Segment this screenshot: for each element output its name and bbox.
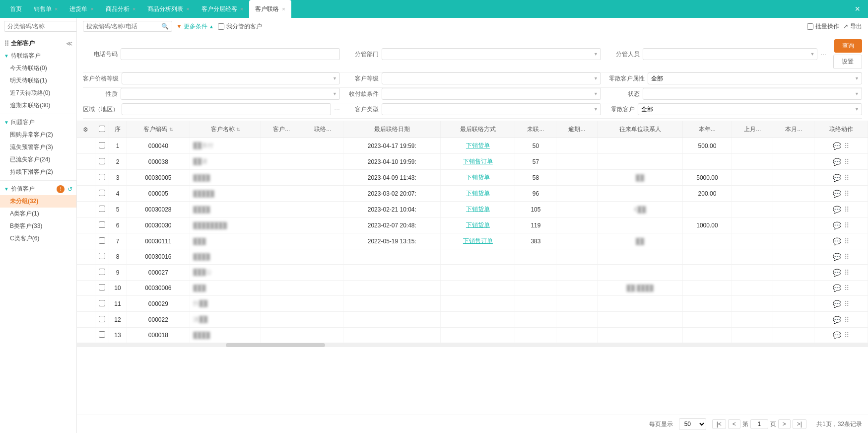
row-lastway[interactable]: 下销货单	[441, 217, 515, 233]
contact-icon[interactable]: 💬	[833, 158, 841, 166]
table-scrollbar[interactable]	[77, 343, 868, 347]
sidebar-problem-group[interactable]: ▼ 问题客户	[0, 116, 76, 129]
contact-icon[interactable]: 💬	[833, 142, 841, 150]
row-checkbox-cell[interactable]	[95, 249, 109, 265]
customer-level-select[interactable]	[382, 72, 601, 84]
lastway-link[interactable]: 下销货单	[466, 174, 490, 181]
select-all-checkbox[interactable]	[99, 126, 105, 132]
th-gear[interactable]: ⚙	[77, 121, 95, 138]
row-name[interactable]: ████	[190, 328, 261, 343]
more-icon[interactable]: ⠿	[844, 174, 849, 182]
contact-icon[interactable]: 💬	[833, 269, 841, 277]
row-checkbox[interactable]	[99, 300, 105, 306]
sidebar-item-c-class[interactable]: C类客户(6)	[0, 232, 76, 245]
filter-search-icon[interactable]: 🔍	[161, 23, 169, 30]
sidebar-search-input[interactable]	[4, 21, 77, 32]
sidebar-item-unsorted[interactable]: 未分组(32)	[0, 195, 76, 208]
row-name[interactable]: █████	[190, 186, 261, 202]
more-icon[interactable]: ⠿	[844, 158, 849, 166]
row-checkbox[interactable]	[99, 206, 105, 212]
row-checkbox-cell[interactable]	[95, 281, 109, 296]
more-conditions-btn[interactable]: ▼ 更多条件 ▲	[176, 22, 214, 31]
contact-icon[interactable]: 💬	[833, 316, 841, 324]
row-checkbox-cell[interactable]	[95, 265, 109, 281]
next-page-btn[interactable]: >	[778, 419, 791, 429]
tab-product-list[interactable]: 商品分析列表 ×	[141, 0, 195, 18]
row-name[interactable]: ██请	[190, 154, 261, 170]
more-icon[interactable]: ⠿	[844, 237, 849, 245]
export-btn[interactable]: ↗ 导出	[843, 22, 862, 31]
row-name[interactable]: ██亲付	[190, 138, 261, 154]
sidebar-item-7days[interactable]: 近7天待联络(0)	[0, 87, 76, 99]
th-checkbox[interactable]	[95, 121, 109, 138]
gear-icon[interactable]: ⚙	[83, 126, 88, 133]
contact-icon[interactable]: 💬	[833, 300, 841, 308]
prev-page-btn[interactable]: <	[728, 419, 740, 429]
gender-select[interactable]	[121, 88, 340, 100]
tab-sales[interactable]: 销售单 ×	[28, 0, 64, 18]
row-checkbox-cell[interactable]	[95, 233, 109, 249]
filter-search-input[interactable]	[86, 23, 161, 30]
row-name[interactable]: 扑██	[190, 296, 261, 312]
sidebar-pending-group[interactable]: ▼ 待联络客户	[0, 50, 76, 62]
area-input[interactable]	[122, 103, 331, 115]
row-action[interactable]: 💬 ⠿	[814, 312, 868, 328]
sidebar-collapse-icon[interactable]: ≪	[66, 40, 72, 47]
row-name[interactable]: ███公	[190, 265, 261, 281]
lastway-link[interactable]: 下销货单	[466, 190, 490, 197]
row-action[interactable]: 💬 ⠿	[814, 281, 868, 296]
more-icon[interactable]: ⠿	[844, 284, 849, 292]
row-checkbox-cell[interactable]	[95, 202, 109, 217]
row-name[interactable]: ████	[190, 249, 261, 265]
row-checkbox[interactable]	[99, 316, 105, 322]
dept-select[interactable]	[382, 48, 601, 60]
row-action[interactable]: 💬 ⠿	[814, 328, 868, 343]
row-action[interactable]: 💬 ⠿	[814, 170, 868, 186]
lastway-link[interactable]: 下销货单	[466, 221, 490, 228]
row-lastway[interactable]: 下销售订单	[441, 233, 515, 249]
my-customers-checkbox[interactable]	[218, 23, 224, 30]
row-lastway[interactable]: 下销货单	[441, 202, 515, 217]
row-action[interactable]: 💬 ⠿	[814, 296, 868, 312]
sidebar-score-group[interactable]: ▼ 价值客户 ! ↺	[0, 183, 76, 195]
more-icon[interactable]: ⠿	[844, 221, 849, 229]
first-page-btn[interactable]: |<	[712, 419, 726, 429]
row-action[interactable]: 💬 ⠿	[814, 154, 868, 170]
last-page-btn[interactable]: >|	[793, 419, 806, 429]
th-code[interactable]: 客户编码 ⇅	[127, 121, 190, 138]
more-icon[interactable]: ⠿	[844, 331, 849, 339]
sidebar-item-warning[interactable]: 流失预警客户(3)	[0, 141, 76, 153]
sidebar-item-lost[interactable]: 已流失客户(24)	[0, 153, 76, 166]
batch-ops-btn[interactable]: 批量操作	[807, 22, 839, 31]
tab-home[interactable]: 首页	[4, 0, 28, 18]
more-icon[interactable]: ⠿	[844, 269, 849, 277]
lastway-link[interactable]: 下销售订单	[463, 158, 493, 165]
contact-icon[interactable]: 💬	[833, 253, 841, 261]
row-checkbox[interactable]	[99, 331, 105, 338]
row-name[interactable]: ███	[190, 233, 261, 249]
row-checkbox[interactable]	[99, 284, 105, 290]
close-tab-product-list[interactable]: ×	[186, 6, 189, 12]
contact-icon[interactable]: 💬	[833, 221, 841, 229]
row-checkbox-cell[interactable]	[95, 170, 109, 186]
row-lastway[interactable]: 下销售订单	[441, 154, 515, 170]
lastway-link[interactable]: 下销货单	[466, 142, 490, 149]
row-action[interactable]: 💬 ⠿	[814, 265, 868, 281]
tab-customer-contact[interactable]: 客户联络 ×	[249, 0, 291, 18]
th-name[interactable]: 客户名称 ⇅	[190, 121, 261, 138]
price-level-select[interactable]	[122, 72, 340, 84]
sidebar-item-tomorrow[interactable]: 明天待联络(1)	[0, 74, 76, 87]
my-customers-checkbox-label[interactable]: 我分管的客户	[218, 22, 262, 31]
row-checkbox[interactable]	[99, 158, 105, 164]
sidebar-item-today[interactable]: 今天待联络(0)	[0, 62, 76, 74]
row-checkbox-cell[interactable]	[95, 312, 109, 328]
row-name[interactable]: ████	[190, 170, 261, 186]
score-refresh-icon[interactable]: ↺	[67, 186, 72, 193]
row-checkbox[interactable]	[99, 174, 105, 180]
row-lastway[interactable]	[441, 328, 515, 343]
lastway-link[interactable]: 下销售订单	[463, 237, 493, 244]
row-lastway[interactable]: 下销货单	[441, 170, 515, 186]
contact-icon[interactable]: 💬	[833, 206, 841, 214]
payment-select[interactable]	[382, 88, 601, 100]
row-checkbox-cell[interactable]	[95, 328, 109, 343]
